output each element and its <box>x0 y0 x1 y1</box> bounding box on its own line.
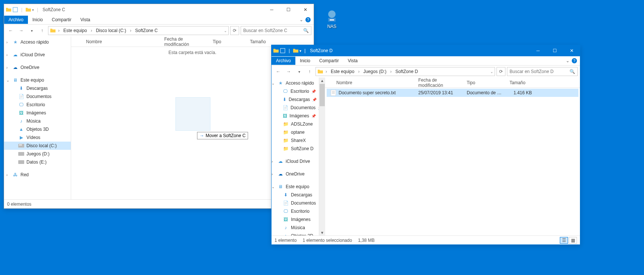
nav-objects3d[interactable]: ▲Objetos 3D <box>272 232 319 236</box>
refresh-button[interactable]: ⟳ <box>497 67 505 76</box>
address-dropdown-icon[interactable]: ⌄ <box>224 29 227 33</box>
column-type[interactable]: Tipo <box>209 39 246 44</box>
tab-file[interactable]: Archivo <box>4 16 28 24</box>
nav-desktop[interactable]: 🖵Escritorio📌 <box>272 87 319 95</box>
nav-documents2[interactable]: 📄Documentos <box>272 199 319 207</box>
address-box[interactable]: › Este equipo › Disco local (C:) › SoftZ… <box>48 26 229 35</box>
nav-documents[interactable]: 📄Documentos <box>4 92 71 101</box>
address-bar: ← → ▾ ↑ › Este equipo › Disco local (C:)… <box>4 25 314 37</box>
minimize-button[interactable]: ─ <box>530 45 546 56</box>
breadcrumb-folder[interactable]: SoftZone D <box>394 69 419 74</box>
nav-onedrive[interactable]: ›☁OneDrive <box>4 63 71 72</box>
view-icons-button[interactable]: ▦ <box>569 237 577 244</box>
search-box[interactable]: 🔍 <box>507 67 578 76</box>
address-box[interactable]: › Este equipo › Juegos (D:) › SoftZone D… <box>315 67 495 76</box>
breadcrumb-thispc[interactable]: Este equipo <box>329 69 356 74</box>
titlebar[interactable]: | ▾ | SoftZone C ─ ☐ ✕ <box>4 4 314 15</box>
ribbon-tabs: Archivo Inicio Compartir Vista ⌄ ? <box>272 56 580 66</box>
nav-quick-access[interactable]: ›★Acceso rápido <box>4 38 71 46</box>
search-box[interactable]: 🔍 <box>241 26 311 35</box>
nav-objects3d[interactable]: ▲Objetos 3D <box>4 125 71 133</box>
nav-adslzone[interactable]: 📁ADSLZone <box>272 120 319 128</box>
close-button[interactable]: ✕ <box>563 45 580 56</box>
nav-drive-e[interactable]: Datos (E:) <box>4 158 71 166</box>
nav-thispc[interactable]: ⌄🖥Este equipo <box>272 183 319 191</box>
refresh-button[interactable]: ⟳ <box>230 26 239 35</box>
search-input[interactable] <box>243 28 303 33</box>
qat-properties-icon[interactable] <box>280 48 286 54</box>
nav-softzone-d[interactable]: 📁SoftZone D <box>272 145 319 153</box>
nav-documents[interactable]: 📄Documentos📌 <box>272 104 319 112</box>
column-type[interactable]: Tipo <box>463 80 506 85</box>
maximize-button[interactable]: ☐ <box>546 45 563 56</box>
help-icon[interactable]: ? <box>305 17 311 22</box>
qat-dropdown-icon[interactable]: ▾ <box>299 49 301 53</box>
breadcrumb-drive[interactable]: Disco local (C:) <box>94 28 127 33</box>
nav-images[interactable]: 🖼Imágenes <box>4 109 71 117</box>
nav-music[interactable]: ♪Música <box>4 117 71 125</box>
column-size[interactable]: Tamaño <box>506 80 536 85</box>
file-list[interactable]: Documento super secreto.txt 25/07/2019 1… <box>325 88 580 236</box>
tab-share[interactable]: Compartir <box>47 16 76 24</box>
nav-optane[interactable]: 📁optane <box>272 128 319 136</box>
up-button[interactable]: ↑ <box>305 67 314 76</box>
nav-quick-access[interactable]: ⌄★Acceso rápido <box>272 79 319 87</box>
breadcrumb-folder[interactable]: SoftZone C <box>134 28 159 33</box>
nav-icloud[interactable]: ›☁iCloud Drive <box>272 157 319 165</box>
forward-button[interactable]: → <box>17 26 26 35</box>
qat-dropdown-icon[interactable]: ▾ <box>32 8 34 12</box>
column-modified[interactable]: Fecha de modificación <box>161 37 209 47</box>
titlebar[interactable]: | ▾ | SoftZone D ─ ☐ ✕ <box>272 45 580 56</box>
nav-desktop[interactable]: 🖵Escritorio <box>4 101 71 109</box>
forward-button[interactable]: → <box>284 67 293 76</box>
nav-icloud[interactable]: ›☁iCloud Drive <box>4 51 71 59</box>
nav-onedrive[interactable]: ›☁OneDrive <box>272 170 319 178</box>
scroll-up-button[interactable]: ▲ <box>319 78 325 83</box>
nav-sharex[interactable]: 📁ShareX <box>272 136 319 145</box>
tab-file[interactable]: Archivo <box>272 57 295 65</box>
file-row[interactable]: Documento super secreto.txt 25/07/2019 1… <box>327 89 578 97</box>
address-dropdown-icon[interactable]: ⌄ <box>490 70 493 74</box>
scroll-down-button[interactable]: ▼ <box>319 230 325 236</box>
nav-network[interactable]: ›🖧Red <box>4 171 71 179</box>
qat-properties-icon[interactable] <box>12 7 18 13</box>
search-input[interactable] <box>510 69 570 74</box>
nav-music[interactable]: ♪Música <box>272 224 319 232</box>
nav-videos[interactable]: ▶Vídeos <box>4 133 71 142</box>
nav-images2[interactable]: 🖼Imágenes <box>272 215 319 224</box>
nav-drive-c[interactable]: Disco local (C:) <box>4 142 71 150</box>
scroll-thumb[interactable] <box>320 84 325 106</box>
breadcrumb-thispc[interactable]: Este equipo <box>62 28 88 33</box>
nav-downloads[interactable]: ⬇Descargas📌 <box>272 95 319 104</box>
tab-share[interactable]: Compartir <box>315 57 343 65</box>
nav-images[interactable]: 🖼Imágenes📌 <box>272 112 319 120</box>
nav-downloads[interactable]: ⬇Descargas <box>4 84 71 92</box>
minimize-button[interactable]: ─ <box>263 4 280 15</box>
history-dropdown[interactable]: ▾ <box>27 26 36 35</box>
tab-home[interactable]: Inicio <box>295 57 315 65</box>
nav-downloads2[interactable]: ⬇Descargas <box>272 191 319 199</box>
history-dropdown[interactable]: ▾ <box>295 67 304 76</box>
tab-view[interactable]: Vista <box>76 16 95 24</box>
help-icon[interactable]: ? <box>572 58 577 63</box>
nav-thispc[interactable]: ⌄🖥Este equipo <box>4 76 71 84</box>
view-details-button[interactable]: ☰ <box>560 237 568 244</box>
back-button[interactable]: ← <box>274 67 283 76</box>
back-button[interactable]: ← <box>6 26 15 35</box>
column-size[interactable]: Tamaño <box>246 39 276 44</box>
up-button[interactable]: ↑ <box>38 26 47 35</box>
desktop-icon-nas[interactable]: NAS <box>318 9 345 29</box>
close-button[interactable]: ✕ <box>297 4 314 15</box>
ribbon-expand-icon[interactable]: ⌄ <box>299 17 303 22</box>
tab-view[interactable]: Vista <box>343 57 362 65</box>
column-name[interactable]: Nombre <box>71 39 161 44</box>
tab-home[interactable]: Inicio <box>28 16 47 24</box>
column-modified[interactable]: Fecha de modificación <box>415 78 463 88</box>
nav-desktop2[interactable]: 🖵Escritorio <box>272 207 319 215</box>
nav-drive-d[interactable]: Juegos (D:) <box>4 150 71 158</box>
navpane-scrollbar[interactable]: ▲ ▼ <box>319 78 325 236</box>
ribbon-expand-icon[interactable]: ⌄ <box>566 58 570 63</box>
column-name[interactable]: Nombre <box>325 80 415 85</box>
breadcrumb-drive[interactable]: Juegos (D:) <box>362 69 388 74</box>
maximize-button[interactable]: ☐ <box>280 4 297 15</box>
